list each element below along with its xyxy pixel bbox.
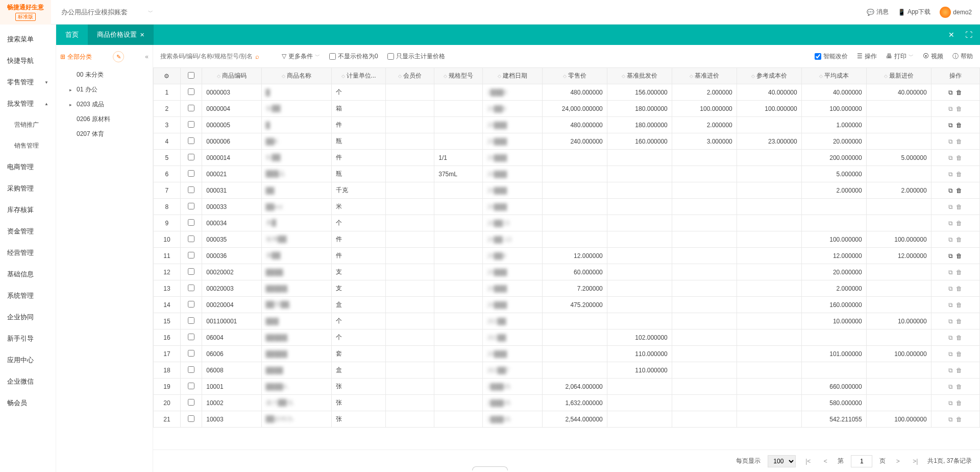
delete-icon[interactable]: 🗑	[956, 350, 962, 358]
category-item[interactable]: 00 未分类	[60, 67, 149, 82]
operations-menu[interactable]: ☰ 操作	[857, 52, 877, 61]
copy-icon[interactable]: ⧉	[948, 154, 953, 161]
column-header[interactable]: ◇建档日期	[483, 68, 542, 84]
table-row[interactable]: 40000006██K瓶20███240.000000160.0000003.0…	[154, 133, 980, 150]
column-header[interactable]: ◇规格型号	[434, 68, 483, 84]
column-header[interactable]: ◇计量单位...	[332, 68, 386, 84]
row-checkbox[interactable]	[188, 154, 194, 160]
copy-icon[interactable]: ⧉	[948, 89, 953, 96]
category-item[interactable]: 0206 原材料	[60, 112, 149, 127]
delete-icon[interactable]: 🗑	[956, 236, 962, 243]
delete-icon[interactable]: 🗑	[956, 138, 962, 145]
row-checkbox[interactable]	[188, 383, 194, 389]
copy-icon[interactable]: ⧉	[948, 318, 953, 325]
table-row[interactable]: 1300020003█████.支20███7.2000002.000000⧉🗑	[154, 280, 980, 297]
main-unit-only-checkbox[interactable]: 只显示主计量价格	[387, 52, 445, 61]
sidebar-item[interactable]: 快捷导航	[0, 50, 56, 72]
column-header[interactable]: ◇会员价	[385, 68, 434, 84]
fullscreen-button[interactable]: ⛶	[962, 28, 976, 42]
category-all[interactable]: ⊞ 全部分类	[60, 53, 92, 61]
delete-icon[interactable]: 🗑	[956, 220, 962, 227]
video-button[interactable]: ⦿ 视频	[923, 52, 943, 61]
table-row[interactable]: 1806008████盒202██7110.000000⧉🗑	[154, 362, 980, 379]
hide-zero-checkbox[interactable]: 不显示价格为0	[329, 52, 378, 61]
table-row[interactable]: 20000004收██箱20██824,000.000000180.000000…	[154, 101, 980, 117]
row-checkbox[interactable]	[188, 301, 194, 308]
copy-icon[interactable]: ⧉	[948, 105, 953, 112]
delete-icon[interactable]: 🗑	[956, 399, 962, 407]
copy-icon[interactable]: ⧉	[948, 203, 953, 210]
copy-icon[interactable]: ⧉	[948, 416, 953, 423]
column-header[interactable]: ◇平均成本	[801, 68, 866, 84]
tab-close-all-button[interactable]: ✕	[944, 28, 959, 42]
copy-icon[interactable]: ⧉	[948, 399, 953, 407]
copy-icon[interactable]: ⧉	[948, 138, 953, 145]
delete-icon[interactable]: 🗑	[956, 334, 962, 341]
table-row[interactable]: 10000003█个2███0480.000000156.0000002.000…	[154, 84, 980, 101]
copy-icon[interactable]: ⧉	[948, 187, 953, 194]
delete-icon[interactable]: 🗑	[956, 122, 962, 129]
last-page-button[interactable]: >|	[910, 456, 920, 466]
delete-icon[interactable]: 🗑	[956, 301, 962, 309]
column-header[interactable]: ◇基准批发价	[607, 68, 672, 84]
sidebar-item[interactable]: 企业微信	[0, 371, 56, 392]
row-checkbox[interactable]	[188, 415, 194, 422]
sidebar-subitem[interactable]: 销售管理	[0, 135, 56, 156]
copy-icon[interactable]: ⧉	[948, 252, 953, 259]
delete-icon[interactable]: 🗑	[956, 269, 962, 276]
copy-icon[interactable]: ⧉	[948, 350, 953, 358]
category-item[interactable]: 0207 体育	[60, 127, 149, 141]
delete-icon[interactable]: 🗑	[956, 252, 962, 259]
copy-icon[interactable]: ⧉	[948, 367, 953, 374]
delete-icon[interactable]: 🗑	[956, 187, 962, 194]
close-icon[interactable]: ✕	[140, 32, 144, 38]
table-row[interactable]: 50000014杜██件1/120███200.0000005.000000⧉🗑	[154, 150, 980, 166]
column-header[interactable]: 操作	[931, 68, 979, 84]
delete-icon[interactable]: 🗑	[956, 89, 962, 96]
category-item[interactable]: ▸0203 成品	[60, 97, 149, 112]
delete-icon[interactable]: 🗑	[956, 203, 962, 210]
sidebar-item[interactable]: 基础信息	[0, 264, 56, 285]
table-row[interactable]: 2010002扬力██信.张2███051,632.000000580.0000…	[154, 395, 980, 411]
smart-edit-toggle[interactable]: 智能改价	[815, 52, 848, 61]
table-row[interactable]: 7000031██千克20███2.0000002.000000⧉🗑	[154, 182, 980, 199]
table-row[interactable]: 1706006█████套20███110.000000101.00000010…	[154, 346, 980, 362]
copy-icon[interactable]: ⧉	[948, 171, 953, 178]
copy-icon[interactable]: ⧉	[948, 220, 953, 227]
messages-button[interactable]: 💬消息	[867, 8, 889, 16]
copy-icon[interactable]: ⧉	[948, 269, 953, 276]
row-checkbox[interactable]	[188, 317, 194, 324]
sidebar-item[interactable]: 应用中心	[0, 349, 56, 371]
column-header[interactable]: ◇基准进价	[672, 68, 737, 84]
sidebar-subitem[interactable]: 营销推广	[0, 114, 56, 135]
copy-icon[interactable]: ⧉	[948, 334, 953, 341]
row-checkbox[interactable]	[188, 350, 194, 357]
tab[interactable]: 首页	[56, 25, 88, 45]
table-row[interactable]: 10000035玻璃██件20██-13100.000000100.000000…	[154, 231, 980, 248]
row-checkbox[interactable]	[188, 121, 194, 128]
sidebar-item[interactable]: 零售管理▼	[0, 72, 56, 93]
category-edit-button[interactable]: ✎	[113, 51, 124, 62]
app-download-button[interactable]: 📱App下载	[898, 8, 930, 16]
bottom-handle[interactable]	[472, 466, 508, 470]
sidebar-item[interactable]: 批发管理▲	[0, 93, 56, 114]
account-set-selector[interactable]: 办公用品行业模拟账套 ﹀	[61, 8, 153, 17]
sidebar-item[interactable]: 畅会员	[0, 392, 56, 414]
delete-icon[interactable]: 🗑	[956, 171, 962, 178]
help-button[interactable]: ⓘ 帮助	[952, 52, 973, 61]
sidebar-item[interactable]: 资金管理	[0, 221, 56, 242]
collapse-panel-icon[interactable]: «	[145, 53, 149, 60]
row-checkbox[interactable]	[188, 203, 194, 209]
row-checkbox[interactable]	[188, 219, 194, 226]
column-header[interactable]: ◇参考成本价	[737, 68, 801, 84]
gear-icon[interactable]: ⚙	[164, 73, 169, 80]
column-header[interactable]: ◇零售价	[542, 68, 607, 84]
row-checkbox[interactable]	[188, 268, 194, 275]
sidebar-item[interactable]: 系统管理	[0, 285, 56, 306]
page-size-select[interactable]: 100	[768, 455, 796, 467]
column-header[interactable]: ⚙	[154, 68, 181, 84]
page-input[interactable]	[851, 455, 872, 467]
more-filters-button[interactable]: ▽更多条件﹀	[282, 52, 320, 61]
column-header[interactable]: ◇最新进价	[866, 68, 931, 84]
row-checkbox[interactable]	[188, 366, 194, 373]
